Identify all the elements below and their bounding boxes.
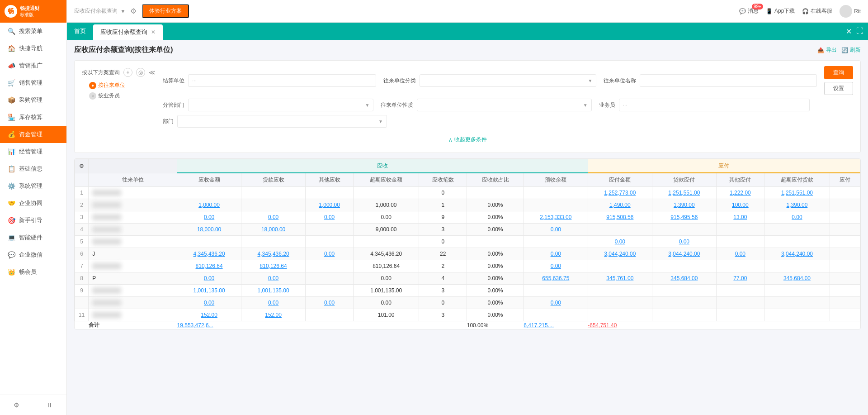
sidebar-item-marketing[interactable]: 📣 营销推广 [0, 57, 66, 74]
refresh-button[interactable]: 🔄 刷新 [841, 46, 861, 54]
filter-add-button[interactable]: + [123, 68, 132, 77]
table-cell[interactable]: 0.00 [524, 248, 588, 260]
sidebar-item-sales[interactable]: 🛒 销售管理 [0, 74, 66, 91]
table-cell[interactable]: 1,001,135.00 [177, 285, 241, 297]
table-cell[interactable]: 2,153,333.00 [524, 211, 588, 224]
filter-scheme-button[interactable]: ◎ [136, 68, 145, 77]
total-yingshou[interactable]: 19,553,472,6... [177, 321, 241, 329]
table-cell[interactable]: 0.00 [241, 211, 306, 224]
settings-bottom-icon[interactable]: ⚙ [11, 399, 22, 411]
table-cell[interactable]: 4,345,436.20 [241, 248, 306, 260]
table-cell[interactable]: 345,761.00 [588, 272, 652, 285]
table-cell[interactable]: 0.00 [652, 236, 716, 248]
maximize-icon[interactable]: ⛶ [856, 27, 863, 35]
sidebar-item-search[interactable]: 🔍 搜索菜单 [0, 23, 66, 40]
table-cell[interactable]: 0.00 [241, 297, 306, 309]
sidebar-item-quicknav[interactable]: 🏠 快捷导航 [0, 40, 66, 57]
table-cell[interactable]: 1,390.00 [652, 199, 716, 211]
table-cell[interactable]: 1,251,551.00 [652, 187, 716, 199]
table-cell[interactable]: 0.00 [588, 236, 652, 248]
sidebar-item-member[interactable]: 👑 畅会员 [0, 263, 66, 281]
table-cell[interactable]: 3,044,240.00 [588, 248, 652, 260]
user-avatar[interactable]: Rit [840, 5, 861, 18]
sidebar-item-guide[interactable]: 🎯 新手引导 [0, 212, 66, 229]
table-cell[interactable]: 810,126.64 [177, 260, 241, 272]
sidebar-item-inventory[interactable]: 🏪 库存核算 [0, 109, 66, 126]
collapse-sidebar-icon[interactable]: ⏸ [44, 399, 56, 411]
wanglai-nature-select[interactable]: ▼ [417, 99, 591, 111]
table-settings-icon[interactable]: ⚙ [79, 163, 84, 169]
table-cell[interactable]: 0.00 [177, 272, 241, 285]
table-cell[interactable]: 915,508.56 [588, 211, 652, 224]
total-yingfu[interactable]: -654,751.40 [588, 321, 652, 329]
table-cell[interactable]: 18,000.00 [177, 224, 241, 236]
sidebar-item-hardware[interactable]: 💻 智能硬件 [0, 229, 66, 246]
close-window-icon[interactable]: ✕ [846, 27, 852, 36]
yewu-input[interactable]: ··· [619, 99, 810, 111]
sidebar-item-purchase[interactable]: 📦 采购管理 [0, 91, 66, 109]
query-button[interactable]: 查询 [824, 66, 853, 79]
sidebar-item-enterprise[interactable]: 🤝 企业协同 [0, 195, 66, 212]
table-cell[interactable]: 1,252,773.00 [588, 187, 652, 199]
table-cell[interactable]: 655,636.75 [524, 272, 588, 285]
set-button[interactable]: 设置 [824, 82, 853, 95]
table-cell[interactable]: 13.00 [716, 211, 764, 224]
table-cell[interactable]: 100.00 [716, 199, 764, 211]
table-cell[interactable]: 1,000.00 [177, 199, 241, 211]
tab-close-icon[interactable]: ✕ [151, 29, 156, 35]
table-cell[interactable]: 1,222.00 [716, 187, 764, 199]
table-cell[interactable]: 0.00 [524, 297, 588, 309]
table-cell[interactable]: 152.00 [177, 309, 241, 321]
settings-icon[interactable]: ⚙ [130, 7, 137, 15]
sidebar-item-finance[interactable]: 💰 资金管理 [0, 126, 66, 143]
online-service-button[interactable]: 🎧 在线客服 [802, 7, 832, 15]
table-cell[interactable]: 3,044,240.00 [652, 248, 716, 260]
sidebar-item-wechat[interactable]: 💬 企业微信 [0, 246, 66, 263]
scheme-yewuyuan[interactable]: ○ 按业务员 [89, 92, 156, 100]
promo-button[interactable]: 体验行业方案 [142, 4, 189, 18]
table-cell[interactable]: 0.00 [306, 211, 354, 224]
tab-home[interactable]: 首页 [67, 23, 93, 40]
tab-balance[interactable]: 应收应付余额查询 ✕ [93, 24, 163, 40]
table-cell[interactable]: 3,044,240.00 [764, 248, 830, 260]
sidebar-item-operation[interactable]: 📊 经营管理 [0, 143, 66, 160]
table-cell[interactable]: 1,001,135.00 [241, 285, 306, 297]
table-cell[interactable]: 0.00 [764, 211, 830, 224]
marketing-icon: 📣 [7, 62, 15, 70]
table-cell[interactable]: 152.00 [241, 309, 306, 321]
table-cell[interactable]: 0.00 [177, 297, 241, 309]
total-yushou[interactable]: 6,417,215.... [524, 321, 588, 329]
table-cell[interactable]: 0.00 [524, 224, 588, 236]
table-cell[interactable]: 345,684.00 [764, 272, 830, 285]
table-cell[interactable]: 0.00 [524, 260, 588, 272]
fenguan-select[interactable]: ▼ [188, 99, 373, 111]
table-cell[interactable]: 0.00 [716, 248, 764, 260]
dept-select[interactable]: ▼ [177, 115, 387, 128]
table-cell[interactable]: 0.00 [306, 297, 354, 309]
table-cell[interactable]: 4,345,436.20 [177, 248, 241, 260]
table-cell[interactable]: 810,126.64 [241, 260, 306, 272]
table-cell[interactable]: 1,490.00 [588, 199, 652, 211]
table-cell[interactable]: 1,000.00 [306, 199, 354, 211]
jiesuan-input[interactable]: ··· [188, 74, 376, 87]
table-cell[interactable]: 0.00 [241, 272, 306, 285]
table-cell[interactable]: 0.00 [177, 211, 241, 224]
table-cell[interactable]: 1,251,551.00 [764, 187, 830, 199]
sidebar-item-system[interactable]: ⚙️ 系统管理 [0, 177, 66, 195]
wanglai-name-input[interactable] [640, 74, 817, 87]
messages-button[interactable]: 💬 消息 99+ [739, 7, 759, 15]
table-cell[interactable]: 0.00 [306, 248, 354, 260]
table-cell[interactable]: 18,000.00 [241, 224, 306, 236]
app-download-button[interactable]: 📱 App下载 [766, 7, 795, 15]
filter-collapse-button[interactable]: ≪ [149, 69, 156, 76]
table-cell[interactable]: 345,684.00 [652, 272, 716, 285]
collapse-more-button[interactable]: ∧ 收起更多条件 [82, 132, 853, 147]
export-button[interactable]: 📤 导出 [817, 46, 837, 54]
table-cell[interactable]: 915,495.56 [652, 211, 716, 224]
table-cell[interactable]: 1,390.00 [764, 199, 830, 211]
sidebar-item-basic[interactable]: 📋 基础信息 [0, 160, 66, 177]
scheme-wanglai[interactable]: ● 按往来单位 [89, 81, 156, 89]
table-cell[interactable]: 77.00 [716, 272, 764, 285]
wanglai-category-select[interactable]: ▼ [420, 74, 597, 87]
breadcrumb-dropdown-icon[interactable]: ▼ [120, 8, 126, 14]
